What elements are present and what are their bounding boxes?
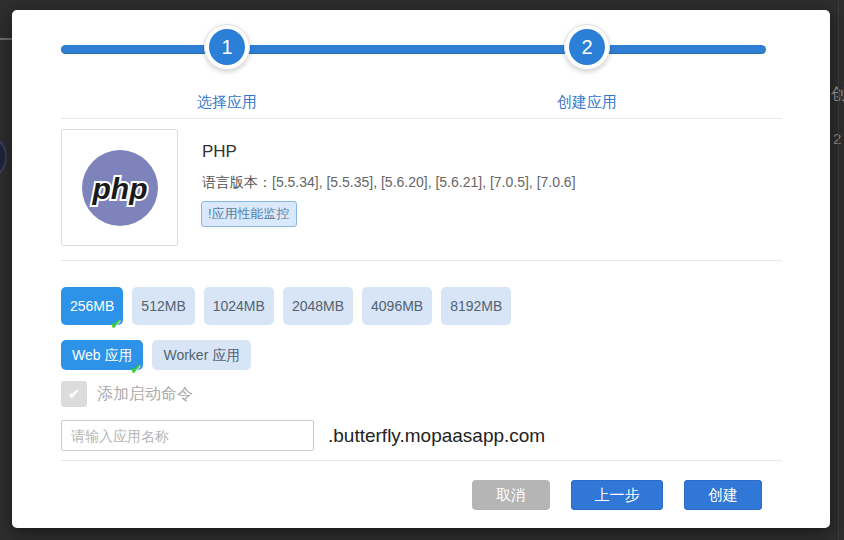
php-app-card: php xyxy=(61,129,178,246)
backdrop-divider xyxy=(838,0,839,540)
php-logo-text: php xyxy=(91,172,147,205)
app-type-label: Web 应用 xyxy=(72,347,132,363)
versions-list: [5.5.34], [5.5.35], [5.6.20], [5.6.21], … xyxy=(272,174,576,190)
memory-options-row: 256MB ✔ 512MB 1024MB 2048MB 4096MB 8192M… xyxy=(61,287,511,325)
domain-suffix: .butterfly.mopaasapp.com xyxy=(328,425,545,447)
stepper-progress-bar xyxy=(61,45,766,54)
memory-option-8192mb[interactable]: 8192MB xyxy=(441,287,511,325)
step-2-label: 创建应用 xyxy=(517,93,657,112)
create-button[interactable]: 创建 xyxy=(684,480,762,510)
backdrop-avatar-fragment xyxy=(0,133,7,181)
app-title: PHP xyxy=(202,142,237,162)
step-1-circle[interactable]: 1 xyxy=(204,24,250,70)
selected-check-icon: ✔ xyxy=(110,316,123,331)
app-type-worker[interactable]: Worker 应用 xyxy=(152,340,251,370)
step-1-label: 选择应用 xyxy=(157,93,297,112)
app-versions: 语言版本：[5.5.34], [5.5.35], [5.6.20], [5.6.… xyxy=(202,174,576,192)
divider xyxy=(61,260,782,261)
app-name-input[interactable] xyxy=(61,420,314,451)
performance-monitor-badge: !应用性能监控 xyxy=(201,201,297,227)
memory-option-1024mb[interactable]: 1024MB xyxy=(204,287,274,325)
divider xyxy=(61,118,782,119)
startup-command-label: 添加启动命令 xyxy=(97,384,193,405)
divider xyxy=(61,460,782,461)
create-app-modal: 1 2 选择应用 创建应用 php PHP 语言版本：[5.5.34], [5.… xyxy=(12,10,830,528)
versions-label: 语言版本： xyxy=(202,174,272,190)
memory-option-2048mb[interactable]: 2048MB xyxy=(283,287,353,325)
memory-option-4096mb[interactable]: 4096MB xyxy=(362,287,432,325)
app-type-row: Web 应用 ✔ Worker 应用 xyxy=(61,340,251,370)
previous-step-button[interactable]: 上一步 xyxy=(571,480,663,510)
memory-option-512mb[interactable]: 512MB xyxy=(132,287,194,325)
startup-command-row: ✔ 添加启动命令 xyxy=(61,381,193,407)
startup-command-checkbox[interactable]: ✔ xyxy=(61,381,87,407)
php-logo-icon: php xyxy=(80,148,160,228)
memory-option-256mb[interactable]: 256MB ✔ xyxy=(61,287,123,325)
app-name-row: .butterfly.mopaasapp.com xyxy=(61,420,545,451)
app-type-web[interactable]: Web 应用 ✔ xyxy=(61,340,143,370)
step-2-circle[interactable]: 2 xyxy=(564,24,610,70)
step-2-number: 2 xyxy=(569,29,605,65)
cancel-button[interactable]: 取消 xyxy=(472,480,550,510)
memory-option-label: 256MB xyxy=(70,298,114,314)
step-1-number: 1 xyxy=(209,29,245,65)
footer-actions: 取消 上一步 创建 xyxy=(472,480,762,510)
selected-check-icon: ✔ xyxy=(130,361,143,376)
